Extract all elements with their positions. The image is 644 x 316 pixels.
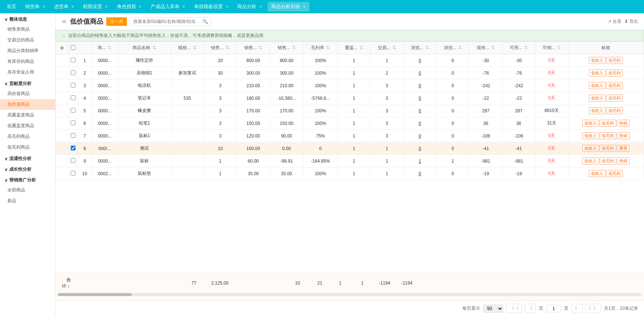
sidebar-item-stock-products[interactable]: 有库存的商品 [0,56,55,67]
col-spec[interactable]: 规格... ⇅ [171,42,204,54]
browse-link[interactable]: 0 [419,133,421,139]
row-checkbox-cell[interactable] [68,167,78,180]
col-sales-amount[interactable]: 销售... ⇅ [270,42,303,54]
row-checkbox[interactable] [71,158,76,163]
row-browse1[interactable]: 0 [403,142,436,155]
row-checkbox[interactable] [71,83,76,88]
sidebar-section-marketing[interactable]: ∨ 营销推广分析 [0,174,55,185]
page-size-select[interactable]: 50 100 200 [483,305,503,313]
nav-template[interactable]: 单据模板设置 × [190,2,232,11]
row-checkbox[interactable] [71,58,76,62]
row-checkbox-cell[interactable] [68,117,78,130]
browse-link[interactable]: 0 [419,171,421,176]
row-checkbox-cell[interactable] [68,142,78,155]
sidebar-section-flow[interactable]: ∨ 流通性分析 [0,153,55,163]
browse-link[interactable]: 0 [419,83,421,88]
col-coverage[interactable]: 覆盖... ⇅ [338,42,370,54]
row-browse1[interactable]: 0 [403,54,436,67]
export-btn[interactable]: ⬇ 导出 [624,18,638,25]
row-browse1[interactable]: 1 [403,155,436,167]
nav-product-entry-close[interactable]: × [182,4,185,9]
col-available[interactable]: 可用... ⇅ [502,42,535,54]
sidebar-collapse-btn[interactable]: ≪ [61,18,67,24]
col-browse2[interactable]: 浏览... ⇅ [436,42,469,54]
last-page-btn[interactable]: 〉〉 [586,304,601,313]
col-checkbox[interactable] [68,42,78,54]
nav-roles[interactable]: 角色授权 × [113,2,145,11]
select-all-checkbox[interactable] [71,45,76,50]
col-current[interactable]: 现有... ⇅ [469,42,502,54]
row-checkbox[interactable] [71,95,76,100]
page-input[interactable] [546,305,561,312]
nav-home[interactable]: 首页 [3,2,20,11]
row-checkbox-cell[interactable] [68,67,78,79]
row-checkbox[interactable] [71,171,76,176]
nav-template-close[interactable]: × [226,4,229,9]
table-container[interactable]: ⚙ 商... ⇅ 商品名称 ⇅ 规格... ⇅ 销售... ⇅ 销售... ⇅ … [56,41,644,273]
sidebar-item-inventory-capital[interactable]: 库存资金占用 [0,67,55,78]
row-checkbox[interactable] [71,108,76,113]
nav-permissions-close[interactable]: × [105,4,108,9]
sidebar-section-growth[interactable]: ∨ 成长性分析 [0,163,55,174]
col-code[interactable]: 商... ⇅ [91,42,118,54]
nav-product-analysis-list-close[interactable]: × [303,4,306,9]
row-browse1[interactable]: 0 [403,167,436,180]
search-input[interactable] [133,19,201,24]
sidebar-item-category-sales-rate[interactable]: 商品分类助销率 [0,45,55,56]
row-checkbox-cell[interactable] [68,105,78,117]
col-sales-qty[interactable]: 销售... ⇅ [204,42,237,54]
row-checkbox-cell[interactable] [68,92,78,105]
row-checkbox[interactable] [71,120,76,125]
row-checkbox[interactable] [71,133,76,138]
row-browse1[interactable]: 0 [403,92,436,105]
sidebar-item-low-value[interactable]: 低价值商品 [0,99,55,110]
sidebar-item-new-products[interactable]: 新品 [0,196,55,206]
row-checkbox[interactable] [71,146,76,150]
row-browse1[interactable]: 0 [403,130,436,142]
row-checkbox-cell[interactable] [68,155,78,167]
prev-page-btn[interactable]: 〈 [525,304,536,313]
nav-roles-close[interactable]: × [139,4,142,9]
browse-link[interactable]: 0 [419,96,421,101]
col-transaction[interactable]: 交易... ⇅ [370,42,403,54]
col-gross-margin[interactable]: 毛利率 ⇅ [303,42,338,54]
sidebar-item-traded-products[interactable]: 交易过的商品 [0,35,55,45]
nav-product-analysis[interactable]: 商品分析 × [234,2,266,11]
row-checkbox[interactable] [71,70,76,75]
sidebar-item-high-margin[interactable]: 高毛利商品 [0,131,55,142]
nav-product-analysis-close[interactable]: × [259,4,262,9]
sidebar-section-overall[interactable]: ∨ 整体信息 [0,13,55,24]
col-sales-price[interactable]: 销售... ⇅ [237,42,270,54]
sidebar-section-contribution[interactable]: ∨ 贡献度分析 [0,78,55,88]
row-browse1[interactable]: 0 [403,105,436,117]
sidebar-item-high-value[interactable]: 高价值商品 [0,88,55,99]
first-page-btn[interactable]: 〈〈 [506,304,522,313]
nav-product-analysis-list[interactable]: 商品分析列表 × [268,2,309,11]
row-checkbox-cell[interactable] [68,130,78,142]
sidebar-item-sales-products[interactable]: 销售类商品 [0,24,55,35]
row-browse1[interactable]: 0 [403,117,436,130]
browse-link[interactable]: 0 [419,108,421,113]
col-settings[interactable]: ⚙ [56,42,68,54]
nav-permissions[interactable]: 权限设置 × [79,2,111,11]
browse-link[interactable]: 0 [419,71,421,76]
settings-icon[interactable]: ⚙ [60,45,64,51]
search-icon[interactable]: 🔍 [202,19,208,24]
nav-product-entry[interactable]: 产成品入库单 × [147,2,189,11]
col-saleable[interactable]: 可销... ⇅ [535,42,568,54]
browse-link[interactable]: 0 [419,146,421,151]
sidebar-item-all-products[interactable]: 全部商品 [0,185,55,196]
row-checkbox-cell[interactable] [68,79,78,92]
horizontal-scrollbar[interactable] [58,293,642,296]
sidebar-item-low-coverage[interactable]: 低覆盖度商品 [0,120,55,131]
row-browse1[interactable]: 0 [403,79,436,92]
browse-link[interactable]: 0 [419,58,421,63]
sidebar-item-low-margin[interactable]: 低毛利商品 [0,142,55,153]
filter-period-btn[interactable]: 近一月 [106,17,127,26]
nav-sales-close[interactable]: × [43,4,46,9]
col-browse1[interactable]: 浏览... ⇅ [403,42,436,54]
share-btn[interactable]: ↗ 分享 [608,18,621,25]
browse-link[interactable]: 1 [419,159,421,164]
sidebar-item-high-coverage[interactable]: 高覆盖度商品 [0,110,55,120]
row-browse1[interactable]: 0 [403,67,436,79]
